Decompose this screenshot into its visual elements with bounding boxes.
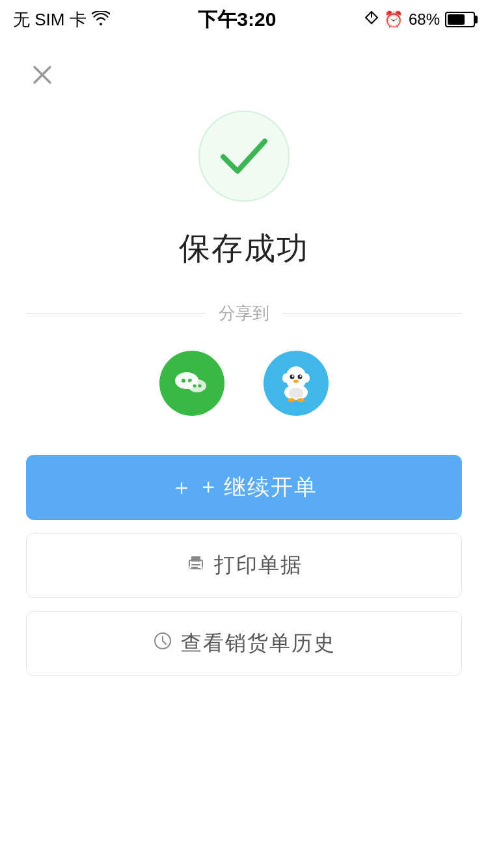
share-wechat-button[interactable] xyxy=(159,351,224,416)
success-circle xyxy=(198,111,290,202)
svg-point-7 xyxy=(198,385,202,388)
svg-point-6 xyxy=(193,385,197,388)
print-label: 打印单据 xyxy=(214,551,303,580)
svg-point-19 xyxy=(297,398,305,402)
svg-point-13 xyxy=(293,380,299,383)
qq-icon xyxy=(278,364,314,403)
svg-point-18 xyxy=(288,398,295,402)
checkmark-icon xyxy=(218,133,270,179)
svg-point-5 xyxy=(188,379,206,392)
battery-percent: 68% xyxy=(409,10,440,29)
svg-point-16 xyxy=(282,373,289,383)
alarm-icon: ⏰ xyxy=(384,10,403,29)
print-icon xyxy=(185,552,206,578)
svg-point-17 xyxy=(303,373,310,383)
history-icon xyxy=(152,631,173,657)
history-label: 查看销货单历史 xyxy=(181,629,336,658)
svg-rect-21 xyxy=(191,556,200,562)
svg-point-3 xyxy=(182,379,185,383)
plus-icon: ＋ xyxy=(170,472,194,502)
status-left: 无 SIM 卡 xyxy=(13,8,110,31)
battery-icon xyxy=(445,12,475,27)
wifi-icon xyxy=(92,10,110,30)
success-title: 保存成功 xyxy=(179,228,309,269)
share-qq-button[interactable] xyxy=(264,351,329,416)
history-button[interactable]: 查看销货单历史 xyxy=(26,611,462,676)
share-row xyxy=(159,351,329,416)
svg-point-11 xyxy=(291,375,293,377)
continue-label: + 继续开单 xyxy=(202,472,317,502)
share-label: 分享到 xyxy=(219,302,269,325)
no-sim-text: 无 SIM 卡 xyxy=(13,8,87,31)
status-bar: 无 SIM 卡 下午3:20 ⏰ 68% xyxy=(0,0,488,39)
wechat-icon xyxy=(172,364,211,403)
divider-right xyxy=(282,313,462,314)
status-right: ⏰ 68% xyxy=(364,10,475,29)
svg-rect-25 xyxy=(200,566,202,569)
svg-rect-23 xyxy=(191,567,198,568)
divider-left xyxy=(26,313,206,314)
print-button[interactable]: 打印单据 xyxy=(26,533,462,598)
svg-rect-22 xyxy=(191,564,200,565)
svg-point-15 xyxy=(289,388,303,398)
close-button[interactable] xyxy=(26,59,59,91)
close-icon xyxy=(31,63,54,87)
location-icon xyxy=(364,10,379,29)
continue-button[interactable]: ＋ + 继续开单 xyxy=(26,455,462,520)
share-divider: 分享到 xyxy=(26,302,462,325)
status-time: 下午3:20 xyxy=(198,7,276,33)
svg-point-12 xyxy=(299,375,301,377)
main-content: 保存成功 分享到 xyxy=(0,39,488,709)
svg-rect-24 xyxy=(189,566,191,569)
